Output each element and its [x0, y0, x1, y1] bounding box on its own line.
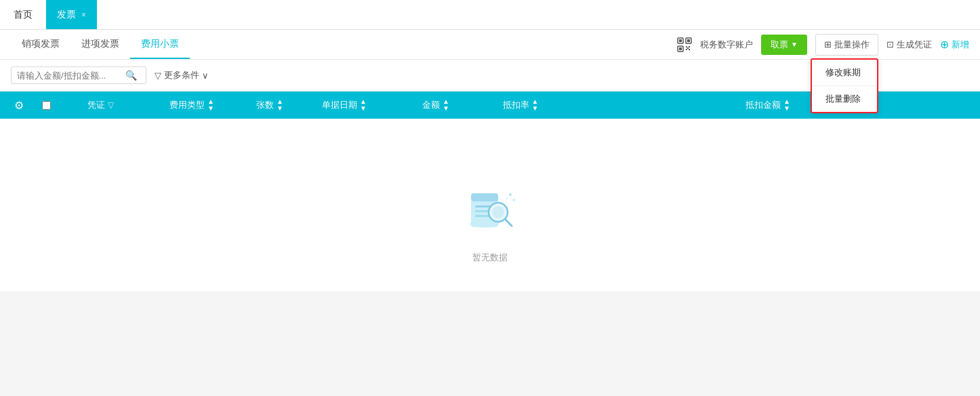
th-settings: ⚙ [5, 99, 33, 112]
empty-state-icon [456, 173, 524, 241]
add-button[interactable]: ⊕ 新增 [940, 38, 969, 51]
svg-line-19 [505, 219, 512, 226]
th-deduction-rate: 抵扣率 ▲▼ [480, 98, 561, 112]
sub-tabs-right: 税务数字账户 取票 ▼ ⊞ 批量操作 修改账期 批量删除 ⊡ 生成凭证 ⊕ 新增 [677, 34, 969, 56]
svg-rect-8 [686, 49, 687, 50]
batch-op-button[interactable]: ⊞ 批量操作 [815, 34, 878, 56]
batch-op-dropdown: 修改账期 批量删除 [811, 58, 878, 113]
search-input[interactable] [17, 71, 125, 81]
dropdown-item-modify-period[interactable]: 修改账期 [812, 60, 877, 85]
take-ticket-button[interactable]: 取票 ▼ [761, 35, 807, 55]
expense-type-sort[interactable]: ▲▼ [207, 98, 214, 112]
deduction-rate-sort[interactable]: ▲▼ [532, 98, 539, 112]
th-voucher: 凭证 ▽ [60, 99, 141, 111]
more-filter-arrow: ∨ [202, 71, 209, 81]
settings-icon[interactable]: ⚙ [14, 99, 24, 112]
svg-point-18 [492, 206, 504, 218]
more-filter-button[interactable]: ▽ 更多条件 ∨ [155, 69, 209, 81]
svg-rect-9 [689, 49, 690, 50]
invoice-tab-close[interactable]: × [81, 10, 86, 20]
svg-rect-7 [689, 46, 690, 47]
th-expense-type: 费用类型 ▲▼ [141, 98, 243, 112]
svg-rect-13 [471, 193, 498, 201]
svg-point-22 [506, 198, 508, 199]
batch-op-container: ⊞ 批量操作 修改账期 批量删除 [815, 34, 878, 56]
batch-op-icon: ⊞ [824, 39, 832, 50]
svg-point-20 [509, 193, 512, 196]
deduction-amount-sort[interactable]: ▲▼ [783, 98, 790, 112]
select-all-checkbox[interactable] [42, 101, 51, 110]
qr-icon [677, 37, 692, 52]
sub-tabs-bar: 销项发票 进项发票 费用小票 税务数字账户 [0, 30, 980, 60]
add-icon: ⊕ [940, 38, 949, 51]
amount-sort[interactable]: ▲▼ [443, 98, 449, 112]
svg-rect-5 [679, 47, 682, 50]
tab-purchase-invoice[interactable]: 进项发票 [70, 30, 130, 59]
th-deduction-amount: 抵扣金额 ▲▼ [561, 98, 975, 112]
empty-state-text: 暂无数据 [472, 252, 508, 264]
search-wrapper: 🔍 [11, 66, 146, 84]
svg-rect-6 [686, 46, 687, 47]
dropdown-item-batch-delete[interactable]: 批量删除 [812, 85, 877, 112]
th-amount: 金额 ▲▼ [392, 98, 480, 112]
top-nav: 首页 发票 × [0, 0, 980, 30]
search-icon[interactable]: 🔍 [125, 70, 137, 81]
th-count: 张数 ▲▼ [243, 98, 297, 112]
tab-sales-invoice[interactable]: 销项发票 [11, 30, 70, 59]
svg-rect-10 [687, 47, 689, 49]
invoice-tab[interactable]: 发票 × [46, 0, 97, 29]
home-tab[interactable]: 首页 [0, 0, 46, 29]
gen-voucher-button[interactable]: ⊡ 生成凭证 [886, 39, 932, 51]
tax-account-button[interactable]: 税务数字账户 [700, 39, 753, 51]
empty-state: 暂无数据 [0, 119, 980, 291]
svg-point-21 [513, 199, 515, 201]
filter-icon: ▽ [155, 71, 161, 81]
date-sort[interactable]: ▲▼ [360, 98, 367, 112]
svg-rect-1 [679, 39, 682, 42]
svg-rect-15 [475, 210, 490, 212]
qr-icon-button[interactable] [677, 37, 692, 52]
gen-voucher-icon: ⊡ [886, 39, 894, 50]
th-checkbox [33, 101, 60, 110]
count-sort[interactable]: ▲▼ [277, 98, 283, 112]
svg-rect-3 [687, 39, 690, 42]
sub-tabs-left: 销项发票 进项发票 费用小票 [11, 30, 190, 59]
voucher-filter-icon[interactable]: ▽ [108, 100, 114, 110]
th-date: 单据日期 ▲▼ [297, 98, 392, 112]
invoice-tab-label: 发票 [57, 9, 76, 21]
take-ticket-arrow: ▼ [791, 41, 798, 48]
tab-expense-receipt[interactable]: 费用小票 [130, 30, 190, 59]
